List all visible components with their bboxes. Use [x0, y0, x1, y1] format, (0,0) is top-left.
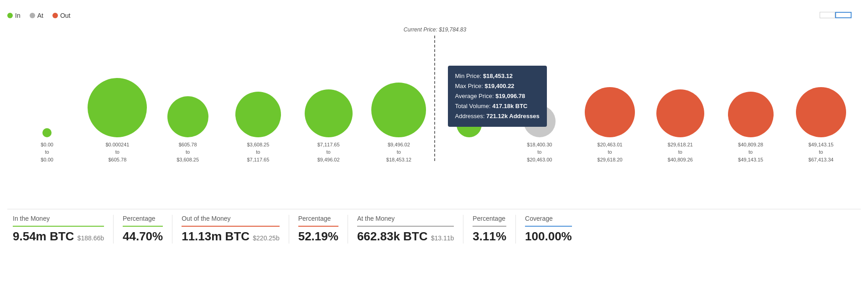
tooltip-vol-label: Total Volume:	[455, 103, 491, 109]
divider-1	[172, 215, 172, 244]
bubble-7[interactable]	[524, 105, 556, 137]
stats-row: In the Money9.54m BTC $188.66bPercentage…	[7, 209, 861, 244]
chart-area: $0.00to$0.00$0.000241to$605.78$605.78to$…	[7, 26, 861, 200]
bubble-col-8: $20,463.01to$29,618.20	[575, 87, 645, 164]
stat-label-coverage: Coverage	[525, 215, 572, 224]
divider-4	[463, 215, 463, 244]
legend-label-at: At	[37, 12, 43, 19]
legend-item-at: At	[30, 12, 43, 19]
price-range-8: $20,463.01to$29,618.20	[598, 141, 623, 164]
stat-underline-out-percentage	[298, 226, 338, 227]
stat-label-out-the-money: Out of the Money	[182, 215, 279, 224]
legend: In At Out	[7, 12, 861, 19]
stat-label-in-the-money: In the Money	[13, 215, 104, 224]
stat-group-in-the-money: In the Money9.54m BTC $188.66b	[7, 215, 109, 244]
bubble-col-2: $605.78to$3,608.25	[153, 96, 223, 164]
bubble-0[interactable]	[42, 128, 52, 137]
current-price-line: Current Price: $19,784.83	[434, 36, 435, 161]
price-range-9: $29,618.21to$40,809.26	[668, 141, 693, 164]
stat-group-out-the-money: Out of the Money11.13m BTC $220.25b	[176, 215, 285, 244]
stat-value-in-percentage: 44.70%	[123, 229, 163, 244]
stat-underline-at-the-money	[357, 226, 454, 227]
tooltip-min-value: $18,453.12	[483, 73, 513, 79]
tooltip-max-label: Max Price:	[455, 83, 483, 89]
price-range-0: $0.00to$0.00	[41, 141, 53, 164]
stat-label-in-percentage: Percentage	[123, 215, 163, 224]
divider-2	[289, 215, 289, 244]
stat-value-at-the-money: 662.83k BTC $13.11b	[357, 229, 454, 244]
price-range-4: $7,117.65to$9,496.02	[317, 141, 340, 164]
tooltip-max-value: $19,400.22	[485, 83, 515, 89]
stat-sub-out-the-money: $220.25b	[253, 234, 279, 242]
bubble-1[interactable]	[88, 78, 147, 137]
divider-5	[515, 215, 516, 244]
stat-underline-coverage	[525, 226, 572, 227]
stat-value-in-the-money: 9.54m BTC $188.66b	[13, 229, 104, 244]
legend-dot-in	[7, 13, 13, 18]
bubble-8[interactable]	[585, 87, 635, 137]
stat-underline-out-the-money	[182, 226, 279, 227]
tooltip-min-label: Min Price:	[455, 73, 482, 79]
stat-value-coverage: 100.00%	[525, 229, 572, 244]
bubble-col-10: $40,809.28to$49,143.15	[716, 92, 786, 164]
bubble-col-1: $0.000241to$605.78	[82, 78, 152, 164]
bubble-col-7: $18,400.30to$20,463.00	[504, 105, 575, 164]
price-range-10: $40,809.28to$49,143.15	[738, 141, 763, 164]
legend-label-in: In	[15, 12, 21, 19]
addresses-button[interactable]	[820, 12, 835, 18]
bubble-10[interactable]	[728, 92, 774, 137]
stat-sub-in-the-money: $188.66b	[78, 234, 104, 242]
divider-3	[348, 215, 348, 244]
stat-group-at-percentage: Percentage3.11%	[467, 215, 512, 244]
price-range-1: $0.000241to$605.78	[105, 141, 129, 164]
bubble-6[interactable]	[457, 112, 482, 137]
price-range-2: $605.78to$3,608.25	[177, 141, 199, 164]
bubble-9[interactable]	[656, 89, 704, 137]
divider-0	[113, 215, 114, 244]
bubble-3[interactable]	[235, 92, 281, 137]
price-range-7: $18,400.30to$20,463.00	[527, 141, 552, 164]
stat-value-out-percentage: 52.19%	[298, 229, 338, 244]
stat-label-at-percentage: Percentage	[473, 215, 506, 224]
bubble-5[interactable]	[371, 83, 426, 137]
stat-label-at-the-money: At the Money	[357, 215, 454, 224]
stat-value-at-percentage: 3.11%	[473, 229, 506, 244]
bubble-col-0: $0.00to$0.00	[12, 128, 82, 164]
bubble-col-3: $3,608.25to$7,117.65	[223, 92, 293, 164]
bubble-col-5: $9,496.02to$18,453.12	[364, 83, 434, 164]
bubble-4[interactable]	[305, 89, 353, 137]
stat-group-coverage: Coverage100.00%	[520, 215, 577, 244]
bubble-col-9: $29,618.21to$40,809.26	[645, 89, 715, 164]
current-price-label: Current Price: $19,784.83	[404, 26, 466, 33]
stat-underline-in-the-money	[13, 226, 104, 227]
tooltip-avg-value: $19,096.78	[495, 93, 525, 99]
stat-group-in-percentage: Percentage44.70%	[117, 215, 168, 244]
tooltip-avg-label: Average Price:	[455, 93, 494, 99]
stat-underline-at-percentage	[473, 226, 506, 227]
volume-button[interactable]	[835, 12, 852, 18]
price-range-5: $9,496.02to$18,453.12	[386, 141, 411, 164]
price-range-11: $49,143.15to$67,413.34	[808, 141, 833, 164]
price-range-3: $3,608.25to$7,117.65	[247, 141, 269, 164]
bubble-2[interactable]	[167, 96, 208, 137]
price-range-6	[468, 141, 470, 164]
stat-value-out-the-money: 11.13m BTC $220.25b	[182, 229, 279, 244]
legend-dot-out	[52, 13, 58, 18]
legend-label-out: Out	[60, 12, 71, 19]
bubble-col-11: $49,143.15to$67,413.34	[786, 87, 856, 164]
stat-group-at-the-money: At the Money662.83k BTC $13.11b	[352, 215, 459, 244]
legend-item-in: In	[7, 12, 21, 19]
stat-label-out-percentage: Percentage	[298, 215, 338, 224]
stat-underline-in-percentage	[123, 226, 163, 227]
legend-item-out: Out	[52, 12, 71, 19]
bubble-col-4: $7,117.65to$9,496.02	[293, 89, 364, 164]
stat-sub-at-the-money: $13.11b	[431, 234, 454, 242]
bubble-col-6: Min Price: $18,453.12 Max Price: $19,400…	[434, 112, 504, 164]
legend-dot-at	[30, 13, 35, 18]
view-controls	[820, 12, 852, 18]
stat-group-out-percentage: Percentage52.19%	[293, 215, 344, 244]
bubble-11[interactable]	[796, 87, 846, 137]
